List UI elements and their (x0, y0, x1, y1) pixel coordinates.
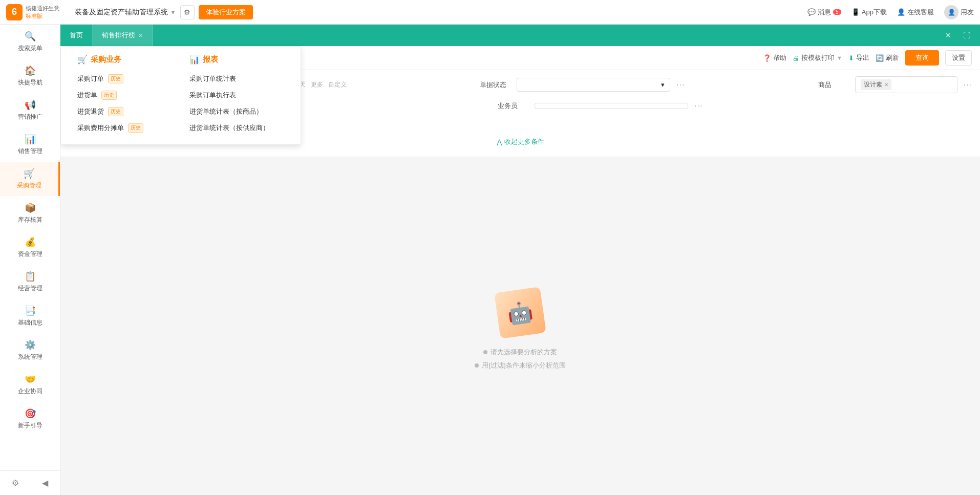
basic-icon: 📑 (25, 305, 36, 316)
help-btn[interactable]: ❓ 帮助 (763, 53, 786, 62)
sidebar-item-finance[interactable]: 💰 资金管理 (0, 230, 60, 265)
print-chevron-icon: ▼ (837, 55, 842, 61)
app-download-item[interactable]: 📱 App下载 (851, 8, 887, 17)
query-button[interactable]: 查询 (905, 50, 939, 66)
refresh-icon: 🔄 (876, 54, 884, 62)
print-icon: 🖨 (793, 54, 799, 62)
logo-text: 畅捷通好生意 标准版 (26, 5, 59, 19)
system-title[interactable]: 装备及固定资产辅助管理系统 ▼ (75, 8, 176, 17)
inventory-icon: 📦 (25, 202, 36, 213)
online-service-item[interactable]: 👤 在线客服 (897, 8, 934, 17)
logo-icon: 6 (6, 4, 23, 20)
user-item[interactable]: 👤 用友 (944, 5, 974, 19)
settings-icon[interactable]: ⚙ (180, 5, 195, 19)
logo-area: 6 畅捷通好生意 标准版 (6, 4, 67, 20)
content-area: 首页 销售排行榜 ✕ 🛒 采购业务 采购订单 历史 (60, 25, 980, 495)
menu-item-purchase-order-exec[interactable]: 采购订单执行表 (189, 87, 285, 103)
finance-icon: 💰 (25, 236, 36, 248)
sidebar-bottom: ⚙ ◀ (0, 470, 60, 495)
dropdown-menu: 🛒 采购业务 采购订单 历史 进货单 历史 进货退货 历史 (60, 46, 301, 145)
goods-input[interactable]: 设计素 ✕ (855, 76, 957, 93)
purchase-section-icon: 🛒 (77, 55, 88, 64)
sidebar: 🔍 搜索菜单 🏠 快捷导航 📢 营销推广 📊 销售管理 🛒 采购管理 📦 库存核… (0, 25, 60, 495)
status-more-dots[interactable]: ··· (676, 80, 685, 90)
goods-more-dots[interactable]: ··· (964, 80, 972, 90)
sales-icon: 📊 (25, 134, 36, 145)
message-icon: 💬 (807, 8, 816, 16)
purchase-section: 🛒 采购业务 采购订单 历史 进货单 历史 进货退货 历史 (69, 55, 181, 136)
help-icon: ❓ (763, 54, 771, 62)
report-section: 📊 报表 采购订单统计表 采购订单执行表 进货单统计表（按商品） 进货单统计表（… (181, 55, 293, 136)
avatar: 👤 (944, 5, 958, 19)
print-btn[interactable]: 🖨 按模板打印 ▼ (793, 53, 842, 62)
industry-btn[interactable]: 体验行业方案 (199, 5, 253, 19)
empty-illustration: 🤖 (494, 287, 546, 339)
menu-item-purchase-order-stat[interactable]: 采购订单统计表 (189, 71, 285, 87)
sidebar-item-inventory[interactable]: 📦 库存核算 (0, 196, 60, 230)
robot-icon: 🤖 (506, 299, 535, 327)
search-icon: 🔍 (25, 31, 36, 42)
hist-tag: 历史 (101, 91, 117, 100)
goods-label: 商品 (818, 80, 849, 90)
chevron-down-icon: ▼ (170, 9, 176, 16)
export-icon: ⬇ (848, 54, 854, 62)
tab-actions: ✕ ⛶ (935, 25, 980, 46)
goods-tag: 设计素 ✕ (861, 79, 891, 90)
sidebar-item-marketing[interactable]: 📢 营销推广 (0, 93, 60, 127)
service-icon: 👤 (897, 8, 905, 16)
guide-icon: 🎯 (25, 408, 36, 419)
empty-hint-2: 用[过滤]条件来缩小分析范围 (475, 361, 565, 370)
tab-bar: 首页 销售排行榜 ✕ 🛒 采购业务 采购订单 历史 (60, 25, 980, 46)
sidebar-item-sales[interactable]: 📊 销售管理 (0, 127, 60, 162)
sidebar-item-nav[interactable]: 🏠 快捷导航 (0, 59, 60, 93)
home-icon: 🏠 (25, 65, 36, 76)
sidebar-item-search[interactable]: 🔍 搜索菜单 (0, 25, 60, 59)
purchase-icon: 🛒 (24, 168, 35, 179)
sidebar-item-purchase[interactable]: 🛒 采购管理 (0, 162, 60, 196)
phone-icon: 📱 (851, 8, 860, 16)
chevron-down-status: ▾ (661, 81, 665, 89)
sidebar-item-enterprise[interactable]: 🤝 企业协同 (0, 368, 60, 402)
menu-item-inbound-by-goods[interactable]: 进货单统计表（按商品） (189, 103, 285, 120)
menu-item-purchase-expense[interactable]: 采购费用分摊单 历史 (77, 120, 173, 136)
collapse-icon[interactable]: ◀ (42, 478, 48, 488)
hist-tag: 历史 (128, 123, 143, 133)
message-badge: 5 (833, 9, 841, 15)
menu-item-purchase-return[interactable]: 进货退货 历史 (77, 103, 173, 120)
sidebar-item-system[interactable]: ⚙️ 系统管理 (0, 333, 60, 368)
tab-sales-ranking[interactable]: 销售排行榜 ✕ (93, 25, 153, 46)
salesman-label: 业务员 (498, 101, 528, 111)
collapse-up-icon: ⋀ (497, 138, 502, 146)
menu-item-inbound-by-supplier[interactable]: 进货单统计表（按供应商） (189, 120, 285, 136)
status-select[interactable]: ▾ (517, 78, 670, 92)
menu-item-purchase-in[interactable]: 进货单 历史 (77, 87, 173, 103)
salesman-more-dots[interactable]: ··· (694, 101, 702, 111)
export-btn[interactable]: ⬇ 导出 (848, 53, 869, 62)
salesman-input[interactable] (535, 103, 688, 109)
refresh-btn[interactable]: 🔄 刷新 (876, 53, 899, 62)
messages-item[interactable]: 💬 消息 5 (807, 8, 841, 17)
settings-button[interactable]: 设置 (945, 50, 972, 66)
dot-2 (475, 363, 479, 368)
empty-state: 🤖 请先选择要分析的方案 用[过滤]条件来缩小分析范围 (60, 157, 980, 495)
sidebar-item-basic[interactable]: 📑 基础信息 (0, 299, 60, 333)
empty-hint-1: 请先选择要分析的方案 (483, 348, 557, 357)
report-section-icon: 📊 (189, 55, 200, 64)
main-layout: 🔍 搜索菜单 🏠 快捷导航 📢 营销推广 📊 销售管理 🛒 采购管理 📦 库存核… (0, 25, 980, 495)
menu-item-purchase-order[interactable]: 采购订单 历史 (77, 71, 173, 87)
report-section-title: 📊 报表 (189, 55, 285, 64)
tab-close-icon[interactable]: ✕ (138, 32, 143, 39)
tab-expand-icon[interactable]: ⛶ (960, 28, 974, 42)
tab-home[interactable]: 首页 (60, 25, 93, 46)
sidebar-item-guide[interactable]: 🎯 新手引导 (0, 402, 60, 436)
hist-tag: 历史 (108, 74, 123, 83)
hist-tag: 历史 (108, 107, 123, 116)
sidebar-item-operation[interactable]: 📋 经营管理 (0, 265, 60, 299)
goods-tag-close[interactable]: ✕ (884, 82, 888, 88)
dot-1 (483, 350, 487, 354)
marketing-icon: 📢 (25, 99, 36, 111)
enterprise-icon: 🤝 (25, 374, 36, 385)
settings-bottom-icon[interactable]: ⚙ (12, 478, 19, 488)
header-middle: 装备及固定资产辅助管理系统 ▼ ⚙ 体验行业方案 (67, 5, 807, 19)
tab-close-window-icon[interactable]: ✕ (941, 28, 955, 42)
